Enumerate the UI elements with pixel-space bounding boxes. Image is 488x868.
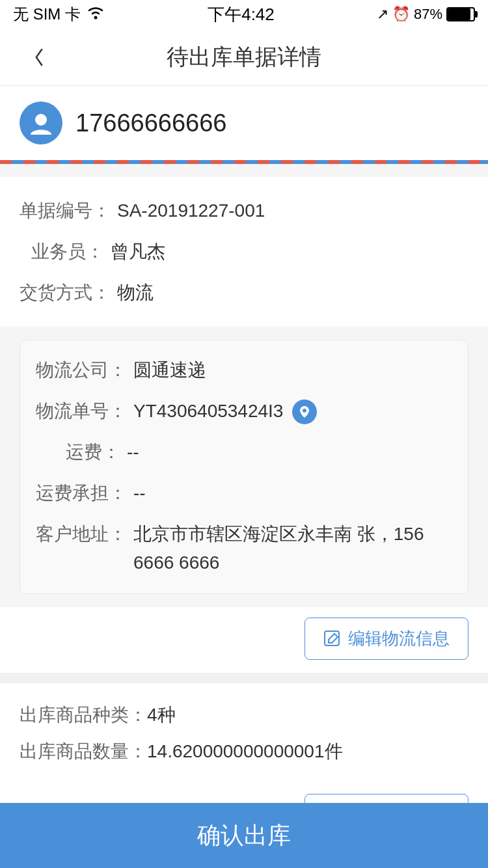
salesman-row: 业务员： 曾凡杰	[20, 237, 468, 267]
status-right: ↗ ⏰ 87%	[377, 6, 475, 23]
doc-info-section: 单据编号： SA-20191227-001 业务员： 曾凡杰 交货方式： 物流	[0, 177, 488, 327]
tracking-number-text: YT43064053424I3	[133, 397, 283, 426]
logistics-card: 物流公司： 圆通速递 物流单号： YT43064053424I3 运费： -- …	[20, 340, 468, 594]
svg-point-2	[303, 409, 306, 413]
freight-bear-label: 运费承担：	[36, 479, 127, 508]
customer-phone: 17666666666	[75, 109, 226, 137]
alarm-icon: ⏰	[392, 6, 410, 23]
doc-number-label: 单据编号：	[20, 197, 111, 226]
product-types-label: 出库商品种类：	[20, 703, 147, 727]
address-label: 客户地址：	[36, 520, 127, 549]
nav-bar: 待出库单据详情	[0, 29, 488, 86]
battery-icon	[446, 7, 475, 21]
wifi-icon	[86, 5, 105, 23]
delivery-label: 交货方式：	[20, 278, 111, 308]
battery-percent: 87%	[414, 6, 442, 23]
confirm-button-label: 确认出库	[197, 820, 291, 852]
status-left: 无 SIM 卡	[13, 4, 105, 25]
logistics-tracking-row: 物流单号： YT43064053424I3	[36, 397, 452, 426]
page-title: 待出库单据详情	[167, 42, 321, 72]
dashed-divider	[0, 160, 488, 164]
svg-point-0	[94, 16, 98, 20]
product-quantity-row: 出库商品数量： 14.620000000000001件	[20, 739, 468, 764]
freight-bear-value: --	[133, 479, 452, 508]
product-types-row: 出库商品种类： 4种	[20, 703, 468, 727]
salesman-value: 曾凡杰	[111, 237, 468, 267]
address-value: 北京市市辖区海淀区永丰南 张，156 6666 6666	[133, 520, 452, 578]
customer-header: 17666666666	[0, 86, 488, 160]
tracking-location-icon[interactable]	[292, 400, 317, 424]
edit-logistics-area: 编辑物流信息	[0, 607, 488, 673]
location-status-icon: ↗	[377, 6, 388, 23]
logistics-company-row: 物流公司： 圆通速递	[36, 356, 452, 385]
product-quantity-value: 14.620000000000001件	[147, 739, 343, 764]
doc-number-row: 单据编号： SA-20191227-001	[20, 197, 468, 226]
delivery-value: 物流	[117, 278, 468, 308]
product-types-value: 4种	[147, 703, 176, 727]
address-row: 客户地址： 北京市市辖区海淀区永丰南 张，156 6666 6666	[36, 520, 452, 578]
carrier-label: 无 SIM 卡	[13, 4, 81, 25]
freight-row: 运费： --	[36, 438, 452, 467]
logistics-company-value: 圆通速递	[133, 356, 452, 385]
freight-label: 运费：	[36, 438, 120, 467]
logistics-tracking-value: YT43064053424I3	[133, 397, 452, 426]
salesman-label: 业务员：	[20, 237, 104, 267]
freight-value: --	[127, 438, 452, 467]
freight-bear-row: 运费承担： --	[36, 479, 452, 508]
edit-logistics-label: 编辑物流信息	[348, 627, 450, 650]
edit-logistics-button[interactable]: 编辑物流信息	[305, 617, 468, 660]
svg-point-1	[35, 114, 47, 126]
logistics-tracking-label: 物流单号：	[36, 397, 127, 426]
status-time: 下午4:42	[208, 3, 275, 26]
product-summary-section: 出库商品种类： 4种 出库商品数量： 14.620000000000001件	[0, 683, 488, 783]
avatar	[20, 102, 62, 144]
doc-number-value: SA-20191227-001	[117, 197, 468, 226]
delivery-row: 交货方式： 物流	[20, 278, 468, 308]
logistics-company-label: 物流公司：	[36, 356, 127, 385]
back-button[interactable]	[20, 38, 59, 77]
section-divider	[0, 673, 488, 683]
status-bar: 无 SIM 卡 下午4:42 ↗ ⏰ 87%	[0, 0, 488, 29]
confirm-button-area[interactable]: 确认出库	[0, 803, 488, 868]
product-quantity-label: 出库商品数量：	[20, 739, 147, 764]
